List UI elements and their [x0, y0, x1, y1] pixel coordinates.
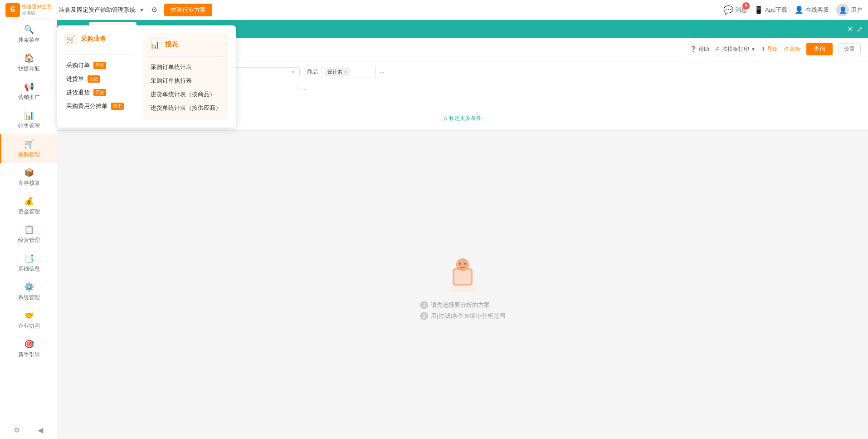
menu-item-incoming[interactable]: 进货单 历史: [64, 72, 132, 86]
purchase-menu-section: 🛒 采购业务 采购订单 历史 进货单 历史 进货退货 历史 采购费用分摊单 历史: [64, 33, 132, 120]
purchase-section-icon: 🛒: [64, 33, 77, 45]
report-section-header: 📊 报表: [149, 38, 223, 51]
menu-item-return[interactable]: 进货退货 历史: [64, 86, 132, 99]
purchase-dropdown-menu: 🛒 采购业务 采购订单 历史 进货单 历史 进货退货 历史 采购费用分摊单 历史: [57, 25, 236, 128]
menu-item-purchase-order[interactable]: 采购订单 历史: [64, 59, 132, 72]
menu-item-purchase-expense[interactable]: 采购费用分摊单 历史: [64, 99, 132, 113]
purchase-section-divider: [64, 54, 132, 55]
menu-item-incoming-stat-goods[interactable]: 进货单统计表（按商品）: [149, 88, 223, 101]
report-section-divider: [149, 56, 223, 57]
menu-item-purchase-order-exec[interactable]: 采购订单执行表: [149, 74, 223, 88]
purchase-section-header: 🛒 采购业务: [64, 33, 132, 49]
menu-item-incoming-stat-supplier[interactable]: 进货单统计表（按供应商）: [149, 101, 223, 115]
report-section-icon: 📊: [149, 38, 161, 51]
menu-item-purchase-order-stat[interactable]: 采购订单统计表: [149, 60, 223, 74]
report-menu-section: 📊 报表 采购订单统计表 采购订单执行表 进货单统计表（按商品） 进货单统计表（…: [143, 33, 229, 120]
